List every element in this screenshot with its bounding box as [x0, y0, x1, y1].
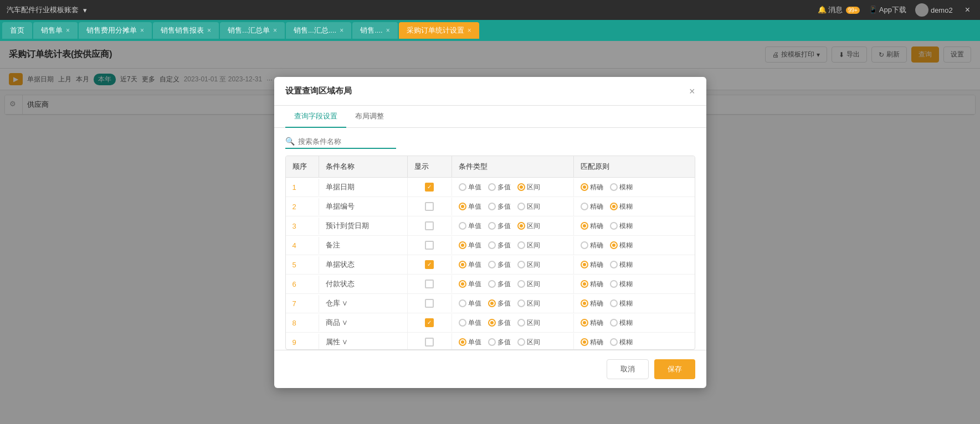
dialog-close-button[interactable]: ×	[689, 86, 695, 96]
top-bar-actions: 🔔 消息 99+ 📱 App下载 demo2 ×	[818, 3, 973, 17]
notification-button[interactable]: 🔔 消息 99+	[818, 5, 860, 15]
tab-purchase-close[interactable]: ×	[468, 27, 471, 34]
row-4-order: 5	[286, 256, 319, 273]
row-7-order: 8	[286, 314, 319, 332]
tab-purchase[interactable]: 采购订单统计设置 ×	[399, 22, 479, 39]
top-bar: 汽车配件行业模板账套 ▾ 🔔 消息 99+ 📱 App下载 demo2 ×	[0, 0, 980, 20]
row-6-display-checkbox[interactable]	[408, 294, 452, 312]
table-row: 9属性 ∨单值多值区间精确模糊	[286, 333, 695, 349]
tab-6[interactable]: 销售.... ×	[352, 22, 397, 39]
th-name: 条件名称	[319, 156, 408, 177]
tab-sales-fee[interactable]: 销售费用分摊单 ×	[79, 22, 152, 39]
search-input[interactable]	[298, 137, 387, 146]
tab-6-close[interactable]: ×	[386, 27, 390, 34]
dialog-search-area: 🔍	[274, 128, 706, 156]
row-5-display-checkbox[interactable]	[408, 275, 452, 293]
tab-layout[interactable]: 布局调整	[346, 106, 393, 128]
dialog-tabs: 查询字段设置 布局调整	[274, 106, 706, 128]
row-6-name: 仓库 ∨	[319, 294, 408, 313]
row-2-name: 预计到货日期	[319, 216, 408, 235]
row-4-display-checkbox[interactable]	[408, 256, 452, 273]
row-6-type-group: 单值多值区间	[452, 294, 574, 313]
cancel-button[interactable]: 取消	[607, 359, 649, 379]
row-3-order: 4	[286, 237, 319, 254]
tab-query-fields[interactable]: 查询字段设置	[285, 106, 346, 128]
th-display: 显示	[408, 156, 452, 177]
dialog-title: 设置查询区域布局	[285, 86, 352, 96]
tab-bar: 首页 销售单 × 销售费用分摊单 × 销售销售报表 × 销售...汇总单 × 销…	[0, 20, 980, 41]
row-2-match-group: 精确模糊	[574, 217, 695, 235]
main-area: 采购订单统计表(按供应商) 🖨 按模板打印 ▾ ⬇ 导出 ↻ 刷新 查询 设置	[0, 41, 980, 424]
tab-5-close[interactable]: ×	[340, 27, 343, 34]
tab-purchase-label: 采购订单统计设置	[407, 25, 464, 35]
th-type: 条件类型	[452, 156, 574, 177]
tab-4-close[interactable]: ×	[273, 27, 277, 34]
row-6-match-group: 精确模糊	[574, 294, 695, 313]
app-close-button[interactable]: ×	[962, 4, 973, 16]
tab-sales-stats-label: 销售销售报表	[161, 25, 204, 35]
row-3-display-checkbox[interactable]	[408, 236, 452, 254]
tab-5[interactable]: 销售...汇总.... ×	[286, 22, 351, 39]
row-7-name: 商品 ∨	[319, 313, 408, 332]
tab-layout-label: 布局调整	[355, 112, 384, 120]
row-7-type-group: 单值多值区间	[452, 314, 574, 332]
row-4-name: 单据状态	[319, 255, 408, 274]
dropdown-arrow-icon: ▾	[83, 6, 87, 14]
row-8-display-checkbox[interactable]	[408, 333, 452, 349]
tab-sales-fee-close[interactable]: ×	[140, 27, 144, 34]
tab-home[interactable]: 首页	[2, 22, 32, 39]
row-3-name: 备注	[319, 236, 408, 255]
row-2-display-checkbox[interactable]	[408, 217, 452, 235]
notification-icon: 🔔	[818, 6, 827, 14]
row-1-name: 单据编号	[319, 197, 408, 216]
row-2-order: 3	[286, 218, 319, 235]
row-8-name: 属性 ∨	[319, 333, 408, 349]
user-avatar[interactable]: demo2	[915, 3, 953, 17]
row-4-type-group: 单值多值区间	[452, 256, 574, 274]
row-1-match-group: 精确模糊	[574, 198, 695, 216]
tab-sales-stats[interactable]: 销售销售报表 ×	[153, 22, 219, 39]
notification-badge: 99+	[846, 7, 860, 14]
row-3-match-group: 精确模糊	[574, 236, 695, 255]
row-7-display-checkbox[interactable]	[408, 314, 452, 332]
tab-sales[interactable]: 销售单 ×	[33, 22, 78, 39]
dialog-header: 设置查询区域布局 ×	[274, 77, 706, 106]
row-8-match-group: 精确模糊	[574, 333, 695, 350]
table-row: 8商品 ∨单值多值区间精确模糊	[286, 313, 695, 333]
table-row: 7仓库 ∨单值多值区间精确模糊	[286, 294, 695, 313]
tab-sales-label: 销售单	[41, 25, 63, 35]
table-row: 2单据编号单值多值区间精确模糊	[286, 197, 695, 216]
modal-overlay: 设置查询区域布局 × 查询字段设置 布局调整 🔍	[0, 41, 980, 424]
table-row: 5单据状态单值多值区间精确模糊	[286, 255, 695, 275]
save-button[interactable]: 保存	[654, 359, 695, 379]
search-box: 🔍	[285, 135, 396, 149]
th-match: 匹配原则	[574, 156, 695, 177]
tab-sales-stats-close[interactable]: ×	[207, 27, 211, 34]
table-row: 6付款状态单值多值区间精确模糊	[286, 275, 695, 294]
row-5-match-group: 精确模糊	[574, 275, 695, 293]
row-5-type-group: 单值多值区间	[452, 275, 574, 293]
row-6-order: 7	[286, 295, 319, 312]
row-5-order: 6	[286, 276, 319, 293]
dialog: 设置查询区域布局 × 查询字段设置 布局调整 🔍	[274, 77, 706, 388]
conditions-table: 顺序 条件名称 显示 条件类型 匹配原则 1单据日期单值多值区间精确模糊2单据编…	[285, 156, 695, 350]
row-1-order: 2	[286, 198, 319, 215]
table-body: 1单据日期单值多值区间精确模糊2单据编号单值多值区间精确模糊3预计到货日期单值多…	[286, 178, 695, 349]
row-0-display-checkbox[interactable]	[408, 178, 452, 196]
row-0-order: 1	[286, 179, 319, 196]
row-4-match-group: 精确模糊	[574, 256, 695, 274]
row-3-type-group: 单值多值区间	[452, 236, 574, 255]
tab-sales-close[interactable]: ×	[66, 27, 70, 34]
download-icon: 📱	[869, 6, 878, 14]
tab-4[interactable]: 销售...汇总单 ×	[220, 22, 285, 39]
row-8-type-group: 单值多值区间	[452, 333, 574, 350]
download-button[interactable]: 📱 App下载	[869, 5, 906, 15]
row-0-match-group: 精确模糊	[574, 178, 695, 197]
tab-4-label: 销售...汇总单	[228, 25, 270, 35]
row-0-name: 单据日期	[319, 178, 408, 197]
row-1-type-group: 单值多值区间	[452, 198, 574, 216]
notification-label: 消息	[828, 6, 843, 14]
row-7-match-group: 精确模糊	[574, 314, 695, 332]
tab-6-label: 销售....	[360, 25, 382, 35]
row-1-display-checkbox[interactable]	[408, 198, 452, 215]
